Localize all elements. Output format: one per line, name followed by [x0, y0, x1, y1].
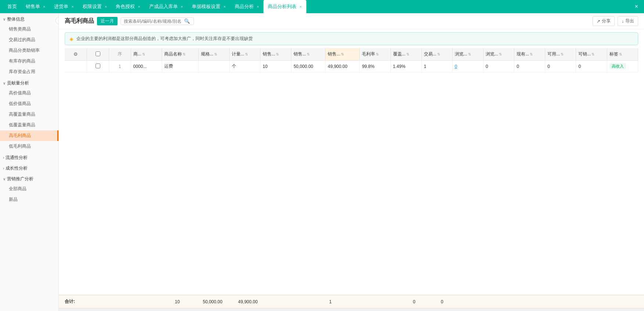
- col-name[interactable]: 商品名称⇅: [162, 48, 198, 61]
- sort-browse1: ⇅: [468, 52, 471, 56]
- cell-coverage: 1.49%: [391, 61, 421, 72]
- nav-close-sales[interactable]: ×: [43, 0, 45, 13]
- page-title: 高毛利商品: [65, 17, 94, 25]
- nav-product-analysis-list[interactable]: 商品分析列表 ×: [263, 0, 306, 13]
- col-available-stock[interactable]: 可用...⇅: [545, 48, 576, 61]
- window-close-button[interactable]: ×: [632, 3, 641, 10]
- sidebar-item-in-stock-products[interactable]: 有库存的商品: [0, 56, 58, 66]
- col-tag[interactable]: 标签⇅: [607, 48, 638, 61]
- sort-transaction: ⇅: [437, 52, 440, 56]
- top-nav: 首页 销售单 × 进货单 × 权限设置 × 角色授权 × 产成品入库单 × 单据…: [0, 0, 644, 13]
- nav-close-purchase[interactable]: ×: [71, 0, 73, 13]
- col-sales-amount[interactable]: 销售...⇅: [291, 48, 325, 61]
- col-index: 序: [109, 48, 131, 61]
- cell-gross-margin: 99.8%: [360, 61, 391, 72]
- sidebar-item-high-value[interactable]: 高价值商品: [0, 88, 58, 98]
- nav-close-analysis[interactable]: ×: [257, 0, 259, 13]
- nav-home[interactable]: 首页: [3, 0, 21, 13]
- cell-tag: 高收入: [607, 61, 638, 72]
- row-checkbox[interactable]: [96, 64, 100, 68]
- col-transaction[interactable]: 交易...⇅: [421, 48, 452, 61]
- nav-product-inbound[interactable]: 产成品入库单 ×: [145, 0, 187, 13]
- tag-badge: 高收入: [609, 63, 626, 69]
- col-unit[interactable]: 计量...⇅: [229, 48, 260, 61]
- sidebar-item-new-products[interactable]: 新品: [0, 194, 58, 205]
- cell-browse1[interactable]: 0: [452, 61, 483, 72]
- search-icon[interactable]: 🔍: [184, 18, 190, 24]
- sort-sales-qty: ⇅: [276, 52, 279, 56]
- sort-current-stock: ⇅: [530, 52, 533, 56]
- search-box: 🔍: [120, 17, 194, 25]
- nav-product-analysis[interactable]: 商品分析 ×: [230, 0, 263, 13]
- cell-spec: [198, 61, 229, 72]
- nav-close-product[interactable]: ×: [181, 0, 183, 13]
- section-arrow-overall: ∨: [3, 17, 6, 21]
- col-code[interactable]: 商...⇅: [131, 48, 162, 61]
- sort-unit: ⇅: [245, 52, 248, 56]
- bottom-scrollbar[interactable]: [59, 308, 644, 311]
- cell-transaction: 1: [421, 61, 452, 72]
- share-button[interactable]: ↗ 分享: [593, 16, 615, 26]
- footer-total: 合计: 10 50,000.00 49,900.00 1 0 0: [59, 295, 644, 308]
- sidebar-item-sales-products[interactable]: 销售类商品: [0, 24, 58, 35]
- sidebar-section-liquidity[interactable]: › 流通性分析: [0, 152, 58, 162]
- nav-role-auth[interactable]: 角色授权 ×: [111, 0, 144, 13]
- col-gear[interactable]: ⚙: [65, 48, 87, 61]
- col-spec[interactable]: 规格...⇅: [198, 48, 229, 61]
- period-button[interactable]: 近一月: [97, 17, 118, 25]
- nav-purchase-order[interactable]: 进货单 ×: [50, 0, 78, 13]
- cell-browse2: 0: [483, 61, 514, 72]
- cell-sellable-stock: 0: [576, 61, 607, 72]
- sort-sales-cost: ⇅: [341, 52, 344, 56]
- sidebar-section-marketing[interactable]: ∨ 营销推广分析: [0, 173, 58, 184]
- table-row: 1 0000... 运费 个 10 50,000.00 49,900.00 99…: [65, 61, 638, 72]
- col-sales-qty[interactable]: 销售...⇅: [260, 48, 291, 61]
- nav-close-analysis-list[interactable]: ×: [299, 0, 302, 13]
- export-button[interactable]: ↓ 导出: [618, 16, 638, 26]
- sidebar-item-category-sales-rate[interactable]: 商品分类助销率: [0, 45, 58, 56]
- nav-permissions[interactable]: 权限设置 ×: [78, 0, 111, 13]
- nav-close-template[interactable]: ×: [223, 0, 226, 13]
- sort-code: ⇅: [142, 52, 145, 56]
- sidebar-section-growth[interactable]: › 成长性分析: [0, 162, 58, 173]
- cell-checkbox[interactable]: [87, 61, 109, 72]
- col-sales-cost[interactable]: 销售...⇅: [325, 48, 360, 61]
- sidebar-item-high-coverage[interactable]: 高覆盖量商品: [0, 109, 58, 120]
- nav-sales-order[interactable]: 销售单 ×: [21, 0, 50, 13]
- cell-code: 0000...: [131, 61, 162, 72]
- sort-sales-amount: ⇅: [307, 52, 310, 56]
- sidebar-item-low-margin[interactable]: 低毛利商品: [0, 141, 58, 152]
- export-icon: ↓: [622, 19, 624, 24]
- sidebar-item-high-margin[interactable]: 高毛利商品: [0, 130, 58, 141]
- sort-available-stock: ⇅: [561, 52, 564, 56]
- sidebar-section-overall[interactable]: ∨ 整体信息: [0, 13, 58, 24]
- cell-gear: [65, 61, 87, 72]
- nav-close-permissions[interactable]: ×: [105, 0, 107, 13]
- sidebar-item-traded-products[interactable]: 交易过的商品: [0, 35, 58, 45]
- col-coverage[interactable]: 覆盖...⇅: [391, 48, 421, 61]
- col-sellable-stock[interactable]: 可销...⇅: [576, 48, 607, 61]
- select-all-checkbox[interactable]: [96, 51, 100, 56]
- sidebar-item-all-products[interactable]: 全部商品: [0, 184, 58, 194]
- col-checkbox[interactable]: [87, 48, 109, 61]
- sort-spec: ⇅: [214, 52, 217, 56]
- col-browse2[interactable]: 浏览...⇅: [483, 48, 514, 61]
- col-gross-margin[interactable]: 毛利率⇅: [360, 48, 391, 61]
- sidebar-item-inventory-capital[interactable]: 库存资金占用: [0, 66, 58, 77]
- search-input[interactable]: [124, 19, 183, 24]
- cell-index: 1: [109, 61, 131, 72]
- info-banner: ◈ 企业的主要的利润都是这部分商品创造的，可考虑加大推广，同时关注库存是不要出现…: [65, 32, 638, 45]
- col-browse1[interactable]: 浏览...⇅: [452, 48, 483, 61]
- nav-template-settings[interactable]: 单据模板设置 ×: [187, 0, 230, 13]
- nav-close-role[interactable]: ×: [138, 0, 140, 13]
- sidebar-item-low-coverage[interactable]: 低覆盖量商品: [0, 120, 58, 130]
- sidebar-section-contribution[interactable]: ∨ 贡献量分析: [0, 77, 58, 88]
- browse1-link[interactable]: 0: [455, 64, 457, 69]
- sort-gross-margin: ⇅: [376, 52, 379, 56]
- content-area: 高毛利商品 近一月 🔍 ↗ 分享 ↓ 导出 ◈ 企业的主要的利润都是这部分商品创…: [59, 13, 644, 311]
- sidebar-item-low-value[interactable]: 低价值商品: [0, 98, 58, 109]
- col-current-stock[interactable]: 现有...⇅: [514, 48, 545, 61]
- cell-available-stock: 0: [545, 61, 576, 72]
- sort-tag: ⇅: [619, 52, 622, 56]
- gear-icon[interactable]: ⚙: [73, 51, 78, 57]
